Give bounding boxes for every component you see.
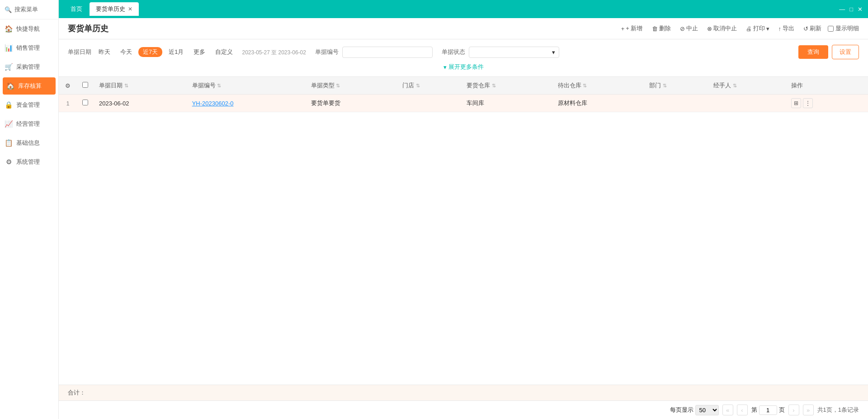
sort-dept-icon[interactable]: ⇅ (663, 83, 667, 88)
tab-home-label: 首页 (71, 5, 82, 13)
export-icon: ↑ (778, 25, 782, 32)
print-dropdown-icon: ▾ (766, 25, 769, 32)
row-view-button[interactable]: ⊞ (791, 98, 801, 108)
filter-area: 单据日期 昨天 今天 近7天 近1月 更多 自定义 2023-05-27 至 2… (59, 39, 868, 77)
date-btn-today[interactable]: 今天 (117, 47, 136, 57)
sidebar-item-quick-nav[interactable]: 🏠 快捷导航 (0, 19, 58, 38)
col-store: 门店 ⇅ (397, 77, 461, 95)
delete-icon: 🗑 (652, 25, 658, 32)
new-button[interactable]: + + 新增 (618, 23, 646, 34)
table-checkbox-col (77, 77, 94, 95)
prev-page-button[interactable]: ‹ (737, 405, 748, 415)
tab-requisition-history[interactable]: 要货单历史 ✕ (90, 2, 139, 16)
show-detail-input[interactable] (828, 26, 834, 32)
first-page-button[interactable]: « (722, 405, 733, 415)
sort-store-icon[interactable]: ⇅ (416, 83, 420, 88)
date-btn-last7days[interactable]: 近7天 (138, 47, 162, 57)
date-btn-custom[interactable]: 自定义 (212, 47, 236, 57)
purchase-icon: 🛒 (5, 63, 13, 71)
sidebar-search-label: 搜索菜单 (14, 5, 38, 14)
query-button[interactable]: 查询 (798, 45, 828, 59)
sort-handler-icon[interactable]: ⇅ (733, 83, 737, 88)
cancel-stop-button[interactable]: ⊗ 取消中止 (704, 23, 740, 34)
sidebar-item-system[interactable]: ⚙ 系统管理 (0, 152, 58, 171)
sidebar-item-label: 基础信息 (16, 139, 40, 147)
filter-date: 单据日期 昨天 今天 近7天 近1月 更多 自定义 2023-05-27 至 2… (68, 47, 306, 57)
maximize-button[interactable]: □ (849, 6, 853, 13)
header-actions: + + 新增 🗑 删除 ⊘ 中止 ⊗ 取消中止 🖨 打印 ▾ ↑ (618, 23, 859, 34)
date-btn-yesterday[interactable]: 昨天 (95, 47, 114, 57)
page-number-input[interactable] (759, 405, 777, 415)
tab-home[interactable]: 首页 (64, 2, 89, 16)
refresh-icon: ↺ (803, 25, 808, 32)
sidebar-item-basic[interactable]: 📋 基础信息 (0, 133, 58, 152)
sidebar-item-sales[interactable]: 📊 销售管理 (0, 38, 58, 57)
row-checkbox[interactable] (82, 100, 88, 105)
sort-doctype-icon[interactable]: ⇅ (336, 83, 340, 88)
tab-close-icon[interactable]: ✕ (128, 6, 132, 12)
print-button[interactable]: 🖨 打印 ▾ (743, 23, 772, 34)
sidebar-search[interactable]: 🔍 搜索菜单 (0, 0, 58, 19)
table-row: 1 2023-06-02 YH-20230602-0 要货单要货 车间库 原材料… (59, 95, 868, 112)
total-pages-info: 共1页，1条记录 (817, 406, 859, 414)
export-button[interactable]: ↑ 导出 (776, 23, 797, 34)
col-date: 单据日期 ⇅ (94, 77, 187, 95)
filter-doc-status: 单据状态 ▾ (442, 47, 559, 58)
page-size-select[interactable]: 50 100 200 (695, 405, 719, 415)
settings-button[interactable]: 设置 (832, 45, 859, 59)
finance-icon: 🔒 (5, 101, 13, 109)
close-button[interactable]: ✕ (858, 6, 863, 13)
sidebar-item-operation[interactable]: 📈 经营管理 (0, 114, 58, 133)
date-btn-last1month[interactable]: 近1月 (165, 47, 187, 57)
page-input-wrap: 第 页 (751, 405, 785, 415)
date-range-display: 2023-05-27 至 2023-06-02 (242, 49, 306, 57)
delete-button[interactable]: 🗑 删除 (649, 23, 674, 34)
sort-date-icon[interactable]: ⇅ (124, 83, 128, 88)
doc-status-select[interactable]: ▾ (469, 47, 559, 58)
filter-doc-number: 单据编号 (315, 47, 433, 58)
total-label: 合计： (68, 389, 85, 397)
data-table: ⚙ 单据日期 ⇅ 单据编号 ⇅ 单据类型 ⇅ (59, 77, 868, 112)
date-btn-more[interactable]: 更多 (190, 47, 209, 57)
table-footer: 合计： (59, 385, 868, 400)
page-word-prefix: 第 (751, 406, 757, 414)
row-date: 2023-06-02 (94, 95, 187, 112)
doc-number-input[interactable] (342, 47, 433, 58)
row-doc-no-link[interactable]: YH-20230602-0 (192, 100, 234, 107)
sidebar: 🔍 搜索菜单 🏠 快捷导航 📊 销售管理 🛒 采购管理 🏠 库存核算 🔒 资金管… (0, 0, 59, 419)
row-more-button[interactable]: ⋮ (803, 98, 813, 108)
row-doc-type: 要货单要货 (306, 95, 397, 112)
search-icon: 🔍 (5, 6, 12, 13)
table-area: ⚙ 单据日期 ⇅ 单据编号 ⇅ 单据类型 ⇅ (59, 77, 868, 385)
sidebar-item-finance[interactable]: 🔒 资金管理 (0, 95, 58, 114)
sidebar-item-label: 采购管理 (16, 63, 40, 71)
expand-more-button[interactable]: ▾ 展开更多条件 (68, 63, 859, 71)
row-handler (708, 95, 786, 112)
col-pending-warehouse: 待出仓库 ⇅ (552, 77, 644, 95)
page-size-label: 每页显示 (670, 406, 693, 414)
select-all-checkbox[interactable] (82, 82, 88, 88)
row-doc-no: YH-20230602-0 (187, 95, 306, 112)
col-doc-no: 单据编号 ⇅ (187, 77, 306, 95)
sidebar-item-inventory[interactable]: 🏠 库存核算 (3, 77, 56, 95)
sort-docno-icon[interactable]: ⇅ (217, 83, 221, 88)
refresh-button[interactable]: ↺ 刷新 (801, 23, 824, 34)
pagination: 每页显示 50 100 200 « ‹ 第 页 › » 共1页，1条记录 (59, 400, 868, 419)
show-detail-checkbox[interactable]: 显示明细 (828, 24, 859, 33)
stop-button[interactable]: ⊘ 中止 (677, 23, 701, 34)
next-page-button[interactable]: › (788, 405, 799, 415)
col-operation: 操作 (786, 77, 868, 95)
sort-reqwh-icon[interactable]: ⇅ (492, 83, 496, 88)
date-filter-buttons: 昨天 今天 近7天 近1月 更多 自定义 (95, 47, 236, 57)
col-department: 部门 ⇅ (644, 77, 708, 95)
sort-pendwh-icon[interactable]: ⇅ (583, 83, 587, 88)
last-page-button[interactable]: » (803, 405, 814, 415)
doc-number-label: 单据编号 (315, 48, 339, 56)
table-settings-col[interactable]: ⚙ (59, 77, 77, 95)
sidebar-item-purchase[interactable]: 🛒 采购管理 (0, 57, 58, 76)
expand-icon: ▾ (443, 64, 447, 71)
minimize-button[interactable]: — (839, 6, 845, 13)
show-detail-label: 显示明细 (835, 24, 859, 33)
home-icon: 🏠 (5, 25, 13, 33)
topbar: 首页 要货单历史 ✕ — □ ✕ (59, 0, 868, 18)
